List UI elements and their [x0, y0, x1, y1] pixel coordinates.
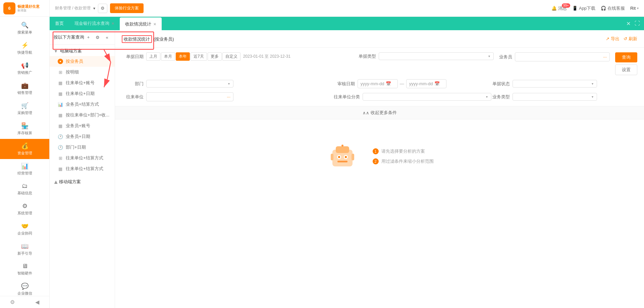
sidebar-item-wechat[interactable]: 💬 企业微信 [0, 279, 49, 296]
expand-arrow-icon: ▼ [54, 49, 58, 54]
scheme-item-salesperson-date[interactable]: 🕐 业务员+日期 [50, 131, 115, 142]
panel-collapse-button[interactable]: « [103, 34, 111, 41]
date-tab-this-month[interactable]: 本月 [161, 52, 175, 61]
dept-date-icon: 🕐 [58, 145, 63, 150]
review-date-label: 审核日期 [333, 81, 355, 87]
tab-close-all-icon[interactable]: ✕ [626, 20, 631, 27]
refresh-icon: ↺ [624, 36, 627, 41]
date-tab-last7days[interactable]: 近7天 [191, 52, 207, 61]
plus-icon: ＋ [86, 34, 91, 40]
filter-settings-button[interactable]: 设置 [615, 64, 637, 75]
scheme-item-dept-date[interactable]: 🕐 部门+日期 [50, 142, 115, 153]
salesperson-date-icon: 🕐 [58, 134, 63, 139]
footer-collapse-icon[interactable]: ◀ [35, 299, 39, 305]
operations-icon: 📊 [21, 162, 29, 170]
sidebar-item-purchase[interactable]: 🛒 采购管理 [0, 99, 49, 119]
refresh-button[interactable]: ↺ 刷新 [624, 36, 637, 42]
desktop-scheme-group-header[interactable]: ▼ 电脑端方案 [50, 46, 115, 56]
enterprise-icon: 🤝 [21, 222, 29, 230]
biz-type-select[interactable]: ▾ [513, 93, 597, 101]
partner-category-select[interactable]: ▾ [363, 93, 491, 101]
tab-receipt-stats[interactable]: 收款情况统计 ✕ [120, 17, 162, 31]
app-download-button[interactable]: 📱 App下载 [572, 5, 595, 11]
scheme-item-salesperson-account[interactable]: ▦ 业务员+账号 [50, 120, 115, 131]
partner-more-icon: ··· [227, 94, 230, 99]
dept-select[interactable]: ▾ [146, 80, 233, 88]
sidebar-item-sales[interactable]: 💼 销售管理 [0, 79, 49, 99]
scheme-item-by-salesperson[interactable]: ● 按业务员 [50, 56, 115, 67]
review-date-range: yyyy-mm-dd 📅 — yyyy-mm-dd 📅 [358, 79, 446, 88]
sidebar-item-basic[interactable]: 🗂 基础信息 [0, 179, 49, 199]
double-chevron-left-icon: « [106, 35, 108, 40]
breadcrumb: 财务管理 / 收款管理 [55, 5, 91, 11]
tab-bar: 首页 现金银行流水查询 ✕ 收款情况统计 ✕ ✕ ⛶ [50, 17, 644, 30]
unit-account-icon: ▦ [58, 80, 63, 86]
tab-bank-flow[interactable]: 现金银行流水查询 ✕ [69, 17, 120, 30]
header-left: 财务管理 / 收款管理 ▾ ⚙ 体验行业方案 [55, 3, 144, 13]
scheme-item-unit-dept[interactable]: ▦ 按往来单位+部门+收... [50, 110, 115, 120]
export-button[interactable]: ↗ 导出 [606, 36, 620, 42]
user-avatar[interactable]: Rit ▾ [630, 6, 639, 11]
scheme-settings-button[interactable]: ⚙ [94, 34, 101, 41]
sidebar-item-marketing[interactable]: 📢 营销推广 [0, 58, 49, 79]
tab-home[interactable]: 首页 [50, 17, 69, 30]
page-title-actions: ↗ 导出 ↺ 刷新 [606, 36, 637, 42]
date-tab-custom[interactable]: 自定义 [222, 52, 240, 61]
tab-bank-flow-close[interactable]: ✕ [111, 21, 114, 26]
scheme-item-unit-settlement1[interactable]: ⊞ 往来单位+结算方式 [50, 153, 115, 163]
service-icon: 🎧 [601, 6, 606, 11]
date-tabs: 上月 本月 本年 近7天 更多 自定义 [146, 52, 240, 61]
tab-receipt-stats-close[interactable]: ✕ [153, 22, 156, 27]
logo-icon: 6 [3, 2, 15, 14]
collapse-bar[interactable]: ∧∧ 收起更多条件 [115, 106, 644, 119]
tab-bar-right: ✕ ⛶ [626, 20, 644, 27]
salesperson-label: 业务员 [494, 54, 512, 60]
sidebar-item-enterprise[interactable]: 🤝 企业协同 [0, 219, 49, 239]
right-content: 收款情况统计 (按业务员) ↗ 导出 ↺ 刷新 [115, 30, 644, 308]
sidebar-item-search[interactable]: 🔍 搜索菜单 [0, 18, 49, 38]
partner-select[interactable]: ··· [146, 92, 233, 101]
scheme-item-salesperson-settlement[interactable]: 📊 业务员+结算方式 [50, 99, 115, 110]
footer-settings-icon[interactable]: ⚙ [10, 299, 15, 305]
download-icon: 📱 [572, 6, 578, 11]
date-tab-more[interactable]: 更多 [208, 52, 222, 61]
action-buttons: 查询 设置 [615, 52, 637, 75]
messages-button[interactable]: 🔔 消息 99+ [551, 5, 567, 11]
wechat-icon: 💬 [21, 283, 29, 290]
scheme-item-unit-date[interactable]: ▦ 往来单位+日期 [50, 88, 115, 99]
marketing-icon: 📢 [21, 62, 29, 69]
salesperson-select[interactable]: ··· [515, 52, 610, 61]
date-tab-this-year[interactable]: 本年 [176, 52, 190, 61]
doc-type-select[interactable]: ▾ [379, 52, 494, 60]
sidebar-nav: 🔍 搜索菜单 ⚡ 快捷导航 📢 营销推广 💼 销售管理 🛒 采购管理 🏪 库存核… [0, 17, 49, 296]
trial-button[interactable]: 体验行业方案 [110, 3, 144, 13]
tip-text-2: 用过滤条件来缩小分析范围 [381, 158, 434, 164]
logo-text: 畅捷通好生意 标准版 [17, 4, 40, 13]
sidebar-item-quicknav[interactable]: ⚡ 快捷导航 [0, 38, 49, 58]
empty-content: 1 请先选择要分析的方案 2 用过滤条件来缩小分析范围 [326, 140, 434, 173]
sidebar-item-inventory[interactable]: 🏪 库存核算 [0, 119, 49, 139]
top-header: 财务管理 / 收款管理 ▾ ⚙ 体验行业方案 🔔 消息 99+ 📱 App下载 … [50, 0, 644, 17]
calendar-icon: 📅 [386, 81, 391, 86]
search-icon: 🔍 [21, 21, 29, 29]
mobile-scheme-group-header[interactable]: ▶ 移动端方案 [50, 177, 115, 187]
sidebar-item-guide[interactable]: 📖 新手引导 [0, 239, 49, 259]
date-tab-last-month[interactable]: 上月 [146, 52, 160, 61]
breadcrumb-dropdown[interactable]: ▾ [93, 6, 95, 11]
sidebar-item-system[interactable]: ⚙ 系统管理 [0, 199, 49, 219]
query-button[interactable]: 查询 [615, 52, 637, 62]
scheme-item-by-detail[interactable]: ⊞ 按明细 [50, 67, 115, 78]
add-scheme-button[interactable]: ＋ [85, 34, 92, 41]
review-date-end-input[interactable]: yyyy-mm-dd 📅 [406, 79, 446, 88]
online-service-button[interactable]: 🎧 在线客服 [601, 5, 625, 11]
header-settings-icon[interactable]: ⚙ [98, 4, 107, 13]
svg-rect-6 [337, 161, 347, 162]
sidebar-item-operations[interactable]: 📊 经营管理 [0, 159, 49, 179]
sidebar-item-hardware[interactable]: 🖥 智能硬件 [0, 259, 49, 279]
sidebar-item-finance[interactable]: 💰 资金管理 [0, 139, 49, 159]
review-date-start-input[interactable]: yyyy-mm-dd 📅 [358, 79, 398, 88]
scheme-item-unit-account[interactable]: ▦ 往来单位+账号 [50, 78, 115, 88]
doc-status-select[interactable]: ▾ [513, 80, 597, 88]
scheme-item-unit-settlement2[interactable]: ▦ 往来单位+结算方式 [50, 163, 115, 174]
tab-expand-icon[interactable]: ⛶ [635, 20, 640, 27]
